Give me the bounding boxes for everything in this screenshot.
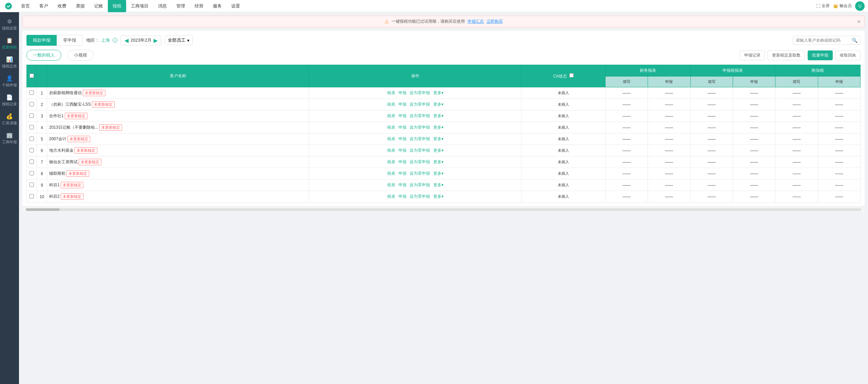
prev-month-btn[interactable]: ◀: [124, 37, 129, 44]
search-button[interactable]: 🔍: [852, 38, 857, 43]
next-month-btn[interactable]: ▶: [154, 37, 158, 44]
row-checkbox[interactable]: [27, 122, 37, 133]
op-tax-form[interactable]: 税表: [387, 136, 395, 141]
op-tax-form[interactable]: 税表: [387, 159, 395, 164]
collect-receipt-btn[interactable]: 收取回执: [835, 50, 861, 60]
banner-close-btn[interactable]: ✕: [857, 19, 861, 24]
batch-declare-btn[interactable]: 批量申报: [808, 50, 833, 60]
op-zero-declare[interactable]: 设为零申报: [410, 183, 430, 187]
ca-select-all[interactable]: [569, 73, 574, 78]
tab-tax-declaration[interactable]: 税款申报: [26, 35, 57, 46]
sidebar-item-tax-overview[interactable]: 📊 报税总览: [0, 53, 19, 72]
sidebar-item-settlement[interactable]: 💰 汇算清缴: [0, 110, 19, 129]
op-zero-declare[interactable]: 设为零申报: [410, 171, 430, 176]
op-more[interactable]: 更多▾: [433, 102, 443, 107]
tab-zero-declaration[interactable]: 零申报: [57, 35, 83, 46]
business-icon: 🏢: [6, 132, 13, 138]
op-zero-declare[interactable]: 设为零申报: [410, 148, 430, 153]
op-declare[interactable]: 申报: [398, 183, 407, 187]
row-sb-fill: ——: [690, 156, 733, 168]
op-declare[interactable]: 申报: [398, 136, 407, 141]
nav-manage[interactable]: 管理: [172, 0, 190, 12]
op-declare[interactable]: 申报: [398, 113, 407, 118]
sidebar-item-batch-tax[interactable]: 📋 批量报税: [0, 34, 19, 53]
op-declare[interactable]: 申报: [398, 125, 407, 130]
row-checkbox[interactable]: [27, 87, 37, 99]
sidebar-item-tax-record[interactable]: 📄 报税记录: [0, 91, 19, 110]
op-declare[interactable]: 申报: [398, 194, 407, 199]
row-checkbox[interactable]: [27, 145, 37, 156]
row-checkbox[interactable]: [27, 133, 37, 145]
row-checkbox[interactable]: [27, 110, 37, 122]
update-tax-btn[interactable]: 更新税定及取数: [768, 50, 805, 60]
op-tax-form[interactable]: 税表: [387, 183, 395, 187]
op-more[interactable]: 更多▾: [433, 148, 443, 153]
op-tax-form[interactable]: 税表: [387, 90, 395, 95]
row-checkbox[interactable]: [27, 191, 37, 202]
sidebar-item-business-report[interactable]: 🏢 工商年报: [0, 129, 19, 148]
bottom-scrollbar[interactable]: [22, 207, 865, 212]
vip-btn[interactable]: 👑 畅会员: [833, 3, 852, 9]
nav-home[interactable]: 首页: [16, 0, 35, 12]
nav-operation[interactable]: 经营: [190, 0, 208, 12]
op-zero-declare[interactable]: 设为零申报: [410, 125, 430, 130]
nav-message[interactable]: 消息: [153, 0, 172, 12]
banner-link-summary[interactable]: 申报汇总: [468, 19, 484, 24]
dept-select[interactable]: 全部员工 ▾: [165, 36, 193, 45]
nav-service[interactable]: 服务: [208, 0, 226, 12]
subtab-general[interactable]: 一般的税人: [26, 50, 61, 61]
op-zero-declare[interactable]: 设为零申报: [410, 159, 430, 164]
op-declare[interactable]: 申报: [398, 159, 407, 164]
op-declare[interactable]: 申报: [398, 171, 407, 176]
op-declare[interactable]: 申报: [398, 102, 407, 107]
op-zero-declare[interactable]: 设为零申报: [410, 136, 430, 141]
row-no: 4: [37, 122, 47, 133]
row-checkbox[interactable]: [27, 179, 37, 191]
op-more[interactable]: 更多▾: [433, 171, 443, 176]
row-operations: 税表 申报 设为零申报 更多▾: [309, 122, 521, 133]
fullscreen-btn[interactable]: ⛶ 全屏: [816, 3, 830, 9]
op-zero-declare[interactable]: 设为零申报: [410, 102, 430, 107]
op-more[interactable]: 更多▾: [433, 125, 443, 130]
nav-tax[interactable]: 报税: [108, 0, 126, 12]
op-zero-declare[interactable]: 设为零申报: [410, 90, 430, 95]
row-no: 3: [37, 110, 47, 122]
row-sb-report: ——: [733, 122, 775, 133]
op-zero-declare[interactable]: 设为零申报: [410, 194, 430, 199]
row-checkbox[interactable]: [27, 99, 37, 110]
subtab-small-scale[interactable]: 小规模: [67, 50, 94, 61]
op-more[interactable]: 更多▾: [433, 194, 443, 199]
region-info-icon[interactable]: i: [113, 38, 117, 43]
op-declare[interactable]: 申报: [398, 148, 407, 153]
op-declare[interactable]: 申报: [398, 90, 407, 95]
op-tax-form[interactable]: 税表: [387, 148, 395, 153]
op-tax-form[interactable]: 税表: [387, 194, 395, 199]
op-tax-form[interactable]: 税表: [387, 113, 395, 118]
row-operations: 税表 申报 设为零申报 更多▾: [309, 156, 521, 168]
search-input[interactable]: [796, 38, 850, 43]
sidebar-item-personal-tax[interactable]: 👤 个税申报: [0, 72, 19, 91]
op-more[interactable]: 更多▾: [433, 183, 443, 187]
nav-settings[interactable]: 设置: [226, 0, 245, 12]
op-more[interactable]: 更多▾: [433, 113, 443, 118]
row-checkbox[interactable]: [27, 168, 37, 179]
nav-business[interactable]: 工商项目: [126, 0, 153, 12]
select-all-checkbox[interactable]: [29, 73, 34, 78]
row-checkbox[interactable]: [27, 156, 37, 168]
declare-record-btn[interactable]: 申报记录: [740, 50, 765, 60]
op-tax-form[interactable]: 税表: [387, 102, 395, 107]
op-zero-declare[interactable]: 设为零申报: [410, 113, 430, 118]
op-tax-form[interactable]: 税表: [387, 125, 395, 130]
row-client-name: 勿刷新税网络通信 未更新核定: [47, 87, 309, 99]
user-avatar[interactable]: U: [855, 1, 865, 11]
nav-client[interactable]: 客户: [35, 0, 53, 12]
op-more[interactable]: 更多▾: [433, 136, 443, 141]
nav-fee[interactable]: 收费: [53, 0, 71, 12]
nav-invoice[interactable]: 票据: [71, 0, 90, 12]
banner-link-buy[interactable]: 立即购买: [487, 19, 503, 24]
op-tax-form[interactable]: 税表: [387, 171, 395, 176]
op-more[interactable]: 更多▾: [433, 159, 443, 164]
sidebar-item-tax-settings[interactable]: ⚙ 报税设置: [0, 15, 19, 34]
nav-bookkeeping[interactable]: 记账: [90, 0, 108, 12]
op-more[interactable]: 更多▾: [433, 90, 443, 95]
